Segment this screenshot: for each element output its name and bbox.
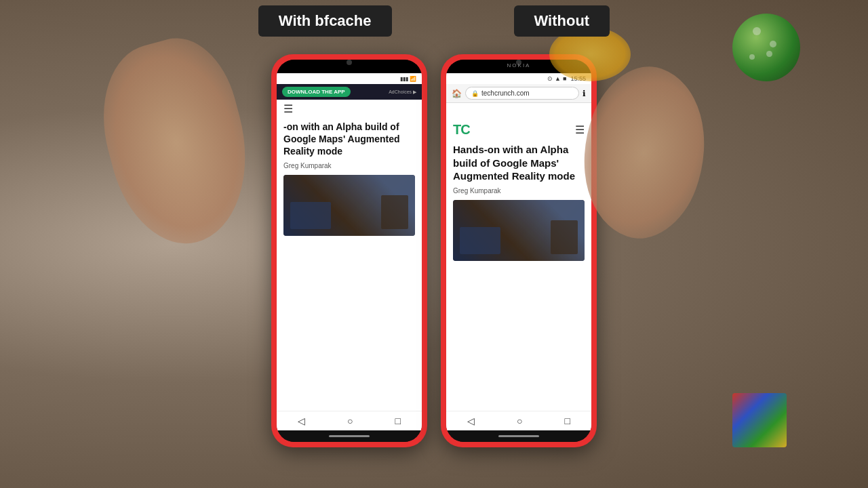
left-nav-bar: ◁ ○ □ <box>277 411 422 430</box>
left-tc-header: ☰ <box>283 102 415 115</box>
ad-banner: DOWNLOAD THE APP AdChoices ▶ <box>277 84 422 100</box>
left-tc-content: ☰ -on with an Alpha build of Google Maps… <box>277 100 422 411</box>
right-article-title: Hands-on with an Alpha build of Google M… <box>453 143 585 183</box>
left-back-btn[interactable]: ◁ <box>298 415 305 426</box>
left-article-title: -on with an Alpha build of Google Maps' … <box>283 121 415 158</box>
left-home-btn[interactable]: ○ <box>347 415 353 426</box>
left-screen-top <box>277 60 422 73</box>
left-home-indicator <box>329 435 370 437</box>
right-bottom-bar <box>446 430 591 442</box>
right-back-btn[interactable]: ◁ <box>467 415 475 426</box>
wifi-icon: ⊙ <box>547 75 553 82</box>
left-camera <box>347 60 352 65</box>
left-phone-screen: ▮▮▮ 📶 DOWNLOAD THE APP AdChoices ▶ ☰ -on… <box>277 73 422 430</box>
left-status-bar: ▮▮▮ 📶 <box>277 73 422 84</box>
left-phone: ▮▮▮ 📶 DOWNLOAD THE APP AdChoices ▶ ☰ -on… <box>271 54 427 447</box>
ad-download-btn: DOWNLOAD THE APP <box>282 87 351 97</box>
right-home-btn[interactable]: ○ <box>517 415 522 426</box>
ad-choices: AdChoices ▶ <box>389 89 416 95</box>
right-phone-inner: NOKIA ⊙ ▲ ■ 15:55 🏠 🔒 <box>446 60 591 442</box>
right-address-bar: 🏠 🔒 techcrunch.com ℹ <box>446 84 591 103</box>
right-article-image <box>453 200 585 261</box>
info-icon: ℹ <box>583 89 586 98</box>
right-spacer <box>446 103 591 117</box>
right-home-indicator <box>498 435 539 437</box>
without-label: Without <box>514 5 610 37</box>
left-recent-btn[interactable]: □ <box>395 415 401 426</box>
left-status-icons: ▮▮▮ 📶 <box>400 76 416 82</box>
right-nav-bar: ◁ ○ □ <box>446 411 591 430</box>
right-hamburger: ☰ <box>575 123 585 136</box>
left-phone-inner: ▮▮▮ 📶 DOWNLOAD THE APP AdChoices ▶ ☰ -on… <box>277 60 422 442</box>
right-tc-content: TC ☰ Hands-on with an Alpha build of Goo… <box>446 117 591 411</box>
signal-icon: ▲ <box>555 75 561 82</box>
rubik-cube <box>732 393 787 447</box>
label-container: With bfcache Without <box>0 0 868 37</box>
nokia-brand: NOKIA <box>507 62 531 68</box>
url-text: techcrunch.com <box>481 89 530 97</box>
url-box[interactable]: 🔒 techcrunch.com <box>465 87 579 100</box>
right-phone: NOKIA ⊙ ▲ ■ 15:55 🏠 🔒 <box>441 54 597 447</box>
left-article-image <box>283 175 415 236</box>
right-phone-screen: ⊙ ▲ ■ 15:55 🏠 🔒 techcrunch.com ℹ <box>446 73 591 430</box>
lock-icon: 🔒 <box>471 90 479 97</box>
left-article-author: Greg Kumparak <box>283 162 415 169</box>
phones-container: ▮▮▮ 📶 DOWNLOAD THE APP AdChoices ▶ ☰ -on… <box>271 54 597 447</box>
right-recent-btn[interactable]: □ <box>565 415 570 426</box>
left-hamburger: ☰ <box>283 102 293 115</box>
right-article-author: Greg Kumparak <box>453 187 585 195</box>
home-icon: 🏠 <box>452 89 462 98</box>
left-bottom-bar <box>277 430 422 442</box>
with-bfcache-label: With bfcache <box>258 5 392 37</box>
tc-logo: TC <box>453 122 470 138</box>
right-tc-header: TC ☰ <box>453 122 585 138</box>
